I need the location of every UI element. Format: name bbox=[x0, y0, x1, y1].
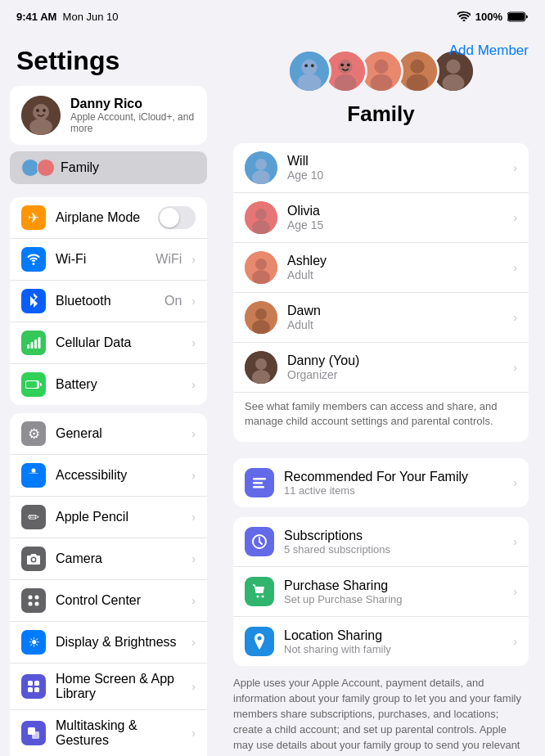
display-icon: ☀ bbox=[21, 630, 46, 655]
controlcenter-chevron: › bbox=[191, 594, 196, 607]
location-sharing-chevron: › bbox=[513, 635, 517, 648]
member-info-ashley: Ashley Adult bbox=[287, 254, 503, 281]
family-header: Family bbox=[233, 49, 529, 127]
bluetooth-chevron: › bbox=[191, 295, 196, 308]
location-sharing-title: Location Sharing bbox=[284, 628, 503, 643]
sidebar-item-family[interactable]: Family bbox=[10, 151, 207, 184]
member-name-will: Will bbox=[287, 154, 503, 169]
camera-chevron: › bbox=[191, 552, 196, 565]
member-age-ashley: Adult bbox=[287, 268, 503, 281]
accessibility-icon bbox=[21, 463, 46, 488]
member-row-danny[interactable]: Danny (You) Organizer › bbox=[233, 343, 529, 393]
bluetooth-label: Bluetooth bbox=[56, 294, 155, 308]
member-chevron-dawn: › bbox=[513, 311, 517, 324]
user-name: Danny Rico bbox=[70, 97, 196, 111]
airplane-label: Airplane Mode bbox=[56, 210, 148, 225]
recommended-row[interactable]: Recommended For Your Family 11 active it… bbox=[233, 458, 529, 507]
member-row-olivia[interactable]: Olivia Age 15 › bbox=[233, 193, 529, 243]
family-info-text: Apple uses your Apple Account, payment d… bbox=[233, 676, 529, 756]
svg-rect-7 bbox=[27, 344, 29, 349]
wifi-value: WiFi bbox=[155, 252, 182, 267]
sharing-group: Subscriptions 5 shared subscriptions › P… bbox=[233, 517, 529, 666]
battery-indicator: 100% bbox=[475, 11, 502, 23]
member-row-ashley[interactable]: Ashley Adult › bbox=[233, 243, 529, 293]
sidebar-item-general[interactable]: ⚙ General › bbox=[10, 413, 207, 455]
accessibility-chevron: › bbox=[191, 469, 196, 482]
sidebar-item-wifi[interactable]: Wi-Fi WiFi › bbox=[10, 239, 207, 281]
applepencil-chevron: › bbox=[191, 511, 196, 524]
sidebar-item-multitasking[interactable]: Multitasking & Gestures › bbox=[10, 710, 207, 756]
sidebar-item-applepencil[interactable]: ✏ Apple Pencil › bbox=[10, 497, 207, 538]
svg-point-44 bbox=[406, 74, 428, 92]
cellular-icon bbox=[21, 331, 46, 355]
airplane-toggle[interactable] bbox=[158, 206, 196, 229]
member-row-will[interactable]: Will Age 10 › bbox=[233, 143, 529, 193]
svg-point-15 bbox=[32, 558, 35, 561]
sidebar-item-airplane[interactable]: ✈ Airplane Mode bbox=[10, 197, 207, 239]
purchase-sharing-title: Purchase Sharing bbox=[284, 578, 503, 593]
family-mini-avatars bbox=[21, 159, 52, 177]
camera-icon bbox=[21, 547, 46, 571]
member-name-olivia: Olivia bbox=[287, 204, 503, 218]
svg-point-40 bbox=[374, 60, 388, 74]
applepencil-label: Apple Pencil bbox=[56, 510, 182, 524]
member-info-dawn: Dawn Adult bbox=[287, 304, 503, 331]
sidebar-item-battery[interactable]: Battery › bbox=[10, 364, 207, 405]
svg-point-55 bbox=[255, 259, 267, 270]
subscriptions-chevron: › bbox=[513, 535, 517, 548]
location-sharing-sub: Not sharing with family bbox=[284, 643, 503, 655]
purchase-sharing-row[interactable]: Purchase Sharing Set up Purchase Sharing… bbox=[233, 567, 529, 617]
subscriptions-row[interactable]: Subscriptions 5 shared subscriptions › bbox=[233, 517, 529, 567]
member-chevron-olivia: › bbox=[513, 211, 517, 224]
svg-point-30 bbox=[301, 60, 317, 75]
member-avatar-will bbox=[245, 151, 277, 184]
multitasking-icon bbox=[21, 721, 46, 745]
location-sharing-info: Location Sharing Not sharing with family bbox=[284, 628, 503, 655]
settings-group-system: ⚙ General › Accessibility › ✏ Apple Penc… bbox=[10, 413, 207, 756]
member-age-olivia: Age 15 bbox=[287, 218, 503, 232]
status-time: 9:41 AM Mon Jun 10 bbox=[16, 11, 119, 23]
sidebar-item-homescreen[interactable]: Home Screen & App Library › bbox=[10, 664, 207, 710]
airplane-icon: ✈ bbox=[21, 205, 46, 230]
sidebar-item-accessibility[interactable]: Accessibility › bbox=[10, 455, 207, 497]
bluetooth-icon bbox=[21, 289, 46, 313]
sidebar-item-cellular[interactable]: Cellular Data › bbox=[10, 322, 207, 364]
member-info-olivia: Olivia Age 15 bbox=[287, 204, 503, 232]
wifi-settings-icon bbox=[21, 247, 46, 272]
applepencil-icon: ✏ bbox=[21, 505, 46, 529]
user-profile-card[interactable]: Danny Rico Apple Account, iCloud+, and m… bbox=[10, 86, 207, 145]
battery-icon bbox=[507, 11, 529, 22]
location-sharing-row[interactable]: Location Sharing Not sharing with family… bbox=[233, 617, 529, 666]
location-sharing-icon bbox=[245, 627, 274, 656]
svg-point-33 bbox=[310, 64, 313, 67]
multitasking-label: Multitasking & Gestures bbox=[56, 718, 182, 748]
cellular-label: Cellular Data bbox=[56, 335, 182, 350]
display-chevron: › bbox=[191, 636, 196, 649]
sidebar-title: Settings bbox=[0, 46, 217, 86]
recommended-group: Recommended For Your Family 11 active it… bbox=[233, 458, 529, 507]
subscriptions-icon bbox=[245, 527, 274, 556]
recommended-title: Recommended For Your Family bbox=[284, 470, 503, 484]
add-member-button-top[interactable]: Add Member bbox=[449, 43, 529, 59]
member-row-dawn[interactable]: Dawn Adult › bbox=[233, 293, 529, 343]
sidebar-item-controlcenter[interactable]: Control Center › bbox=[10, 580, 207, 622]
purchase-sharing-chevron: › bbox=[513, 585, 517, 598]
battery-chevron: › bbox=[191, 378, 196, 391]
sidebar-item-camera[interactable]: Camera › bbox=[10, 538, 207, 580]
sidebar: Settings Danny Rico Apple Account, iClou… bbox=[0, 33, 217, 756]
svg-point-61 bbox=[255, 358, 267, 370]
sidebar-item-bluetooth[interactable]: Bluetooth On › bbox=[10, 281, 207, 322]
member-chevron-ashley: › bbox=[513, 261, 517, 274]
sidebar-item-display[interactable]: ☀ Display & Brightness › bbox=[10, 622, 207, 664]
members-description: See what family members can access and s… bbox=[245, 399, 517, 429]
subscriptions-title: Subscriptions bbox=[284, 529, 503, 543]
bluetooth-value: On bbox=[164, 294, 182, 308]
member-avatar-olivia bbox=[245, 201, 277, 234]
controlcenter-icon bbox=[21, 588, 46, 613]
svg-rect-65 bbox=[253, 486, 264, 488]
svg-rect-21 bbox=[34, 681, 39, 686]
svg-rect-25 bbox=[32, 731, 39, 739]
general-icon: ⚙ bbox=[21, 421, 46, 446]
svg-point-41 bbox=[370, 74, 392, 92]
svg-point-6 bbox=[43, 109, 46, 112]
